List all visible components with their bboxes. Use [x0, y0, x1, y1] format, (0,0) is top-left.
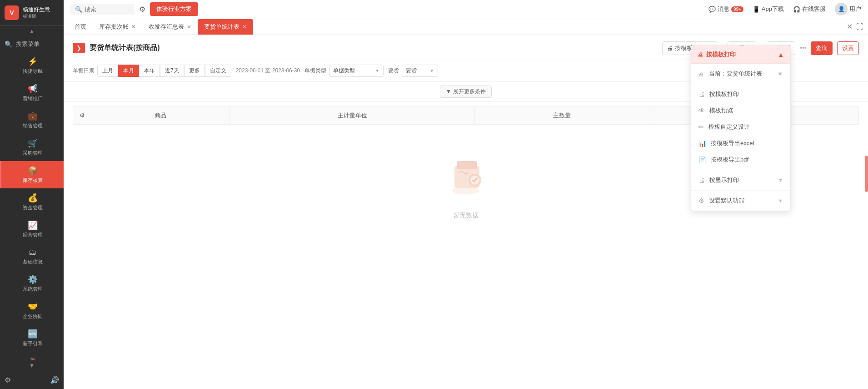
dropdown-item-design[interactable]: ✏ 模板自定义设计 [691, 119, 790, 135]
enterprise-icon: 🤝 [28, 302, 38, 312]
date-filter-section: 单据日期 上月 本月 本年 近7天 更多 自定义 2023-06-01 至 20… [73, 65, 300, 77]
sidebar-item-sales[interactable]: 💼 销售管理 [0, 106, 64, 134]
messages-badge: 99+ [731, 6, 743, 12]
header-right: 💬 消息 99+ 📱 App下载 🎧 在线客服 👤 用户 [708, 3, 861, 15]
date-btn-custom[interactable]: 自定义 [205, 65, 231, 77]
sales-icon: 💼 [28, 111, 38, 121]
current-template-item[interactable]: 🖨 当前：要货单统计表 ▼ [691, 66, 790, 82]
dropdown-section-default: ⚙ 设置默认功能 ▼ [691, 191, 790, 211]
dropdown-item-preview[interactable]: 👁 模板预览 [691, 102, 790, 119]
header-search-box[interactable]: 🔍 [70, 4, 135, 15]
speaker-bottom-icon[interactable]: 🔊 [50, 376, 59, 384]
display-print-arrow: ▼ [778, 177, 783, 183]
sidebar-item-base[interactable]: 🗂 基础信息 [0, 243, 64, 270]
default-func-arrow: ▼ [778, 198, 783, 203]
dropdown-header-icons: ▲ [778, 51, 784, 58]
th-quantity: 主数量 [475, 106, 649, 124]
pdf-item-icon: 📄 [698, 156, 706, 163]
toolbar-more-icon[interactable]: ••• [800, 45, 806, 51]
goods-select[interactable]: 要货 ▼ [402, 65, 438, 77]
sidebar-item-purchase[interactable]: 🛒 采购管理 [0, 134, 64, 161]
trial-button[interactable]: 体验行业方案 [150, 2, 198, 16]
th-settings[interactable]: ⚙ [73, 106, 91, 124]
tab-order-stats-close[interactable]: ✕ [242, 24, 247, 30]
sidebar-search-item[interactable]: 🔍 搜索菜单 [0, 36, 64, 52]
window-maximize-icon[interactable]: ⛶ [856, 23, 863, 31]
expand-more-btn[interactable]: ▼ 展开更多条件 [440, 86, 492, 98]
dropdown-header-label: 按模板打印 [706, 51, 736, 59]
tab-inventory-batch-close[interactable]: ✕ [131, 24, 136, 30]
date-btn-this-month[interactable]: 本月 [118, 65, 139, 77]
settings-bottom-icon[interactable]: ⚙ [5, 376, 11, 384]
settings-btn[interactable]: 设置 [837, 41, 859, 55]
dropdown-item-excel[interactable]: 📊 按模板导出excel [691, 135, 790, 152]
pdf-item-label: 按模板导出pdf [711, 156, 748, 164]
sidebar-item-enterprise[interactable]: 🤝 企业协同 [0, 297, 64, 324]
sidebar-scroll-down[interactable]: ▼ [0, 360, 64, 371]
date-btn-last-month[interactable]: 上月 [97, 65, 118, 77]
date-btn-this-year[interactable]: 本年 [139, 65, 160, 77]
date-btn-7days[interactable]: 近7天 [160, 65, 184, 77]
dropdown-item-display-print[interactable]: 🖨 按显示打印 ▼ [691, 172, 790, 188]
inventory-icon: 📦 [28, 166, 38, 176]
dropdown-section-current: 🖨 当前：要货单统计表 ▼ [691, 64, 790, 84]
finance-icon: 💰 [28, 193, 38, 203]
quicknav-label: 快捷导航 [23, 68, 43, 75]
sidebar-item-appcenter[interactable]: 📱 应用中心 [0, 352, 64, 360]
operations-icon: 📈 [28, 220, 38, 230]
dropdown-arrow-up[interactable]: ▲ [778, 51, 784, 58]
messages-item[interactable]: 💬 消息 99+ [708, 5, 743, 13]
design-item-label: 模板自定义设计 [708, 123, 750, 131]
app-download-label: App下载 [762, 5, 784, 13]
sidebar-item-quicknav[interactable]: ⚡ 快捷导航 [0, 52, 64, 79]
type-select[interactable]: 单据类型 ▼ [329, 65, 384, 77]
sidebar-item-finance[interactable]: 💰 资金管理 [0, 188, 64, 216]
date-range-text: 2023-06-01 至 2023-06-30 [236, 67, 300, 75]
tab-order-stats[interactable]: 要货单统计表 ✕ [198, 19, 253, 35]
user-avatar-item[interactable]: 👤 用户 [835, 3, 861, 15]
dropdown-section-items: 🖨 按模板打印 👁 模板预览 ✏ 模板自定义设计 📊 按模板导出excel 📄 … [691, 84, 790, 170]
sidebar-item-inventory[interactable]: 📦 库存核算 [0, 161, 64, 188]
window-close-icon[interactable]: ✕ [847, 22, 853, 31]
online-service-icon: 🎧 [793, 6, 800, 13]
header-gear-icon[interactable]: ⚙ [139, 5, 145, 14]
tabs-bar: 首页 库存批次账 ✕ 收发存汇总表 ✕ 要货单统计表 ✕ ✕ ⛶ [64, 19, 868, 35]
sidebar-item-marketing[interactable]: 📢 营销推广 [0, 79, 64, 106]
date-label: 单据日期 [73, 67, 95, 75]
tab-home[interactable]: 首页 [68, 19, 93, 35]
sidebar-item-guide[interactable]: 🆕 新手引导 [0, 324, 64, 352]
dropdown-item-pdf[interactable]: 📄 按模板导出pdf [691, 152, 790, 168]
dropdown-item-default-func[interactable]: ⚙ 设置默认功能 ▼ [691, 192, 790, 209]
sidebar-item-system[interactable]: ⚙️ 系统管理 [0, 270, 64, 297]
collapse-btn[interactable]: ❯ [73, 43, 85, 53]
dropdown-section-display: 🖨 按显示打印 ▼ [691, 170, 790, 191]
excel-item-label: 按模板导出excel [711, 139, 754, 147]
message-icon: 💬 [708, 6, 716, 13]
sidebar-item-operations[interactable]: 📈 经营管理 [0, 216, 64, 243]
online-service-label: 在线客服 [802, 5, 826, 13]
right-scrollbar[interactable] [865, 156, 868, 192]
header-search-input[interactable] [85, 6, 130, 13]
app-download-item[interactable]: 📱 App下载 [753, 5, 784, 13]
tab-receipt-summary[interactable]: 收发存汇总表 ✕ [142, 19, 198, 35]
sidebar-scroll-up[interactable]: ▲ [0, 26, 64, 36]
dropdown-item-print[interactable]: 🖨 按模板打印 [691, 86, 790, 102]
tab-order-stats-label: 要货单统计表 [204, 23, 239, 31]
current-template-arrow: ▼ [777, 71, 783, 77]
print-item-label: 按模板打印 [709, 90, 739, 98]
online-service-item[interactable]: 🎧 在线客服 [793, 5, 826, 13]
tab-receipt-summary-close[interactable]: ✕ [187, 24, 191, 30]
expand-icon: ▼ [446, 88, 451, 95]
tab-inventory-batch[interactable]: 库存批次账 ✕ [93, 19, 142, 35]
system-icon: ⚙️ [28, 274, 38, 284]
appcenter-icon: 📱 [28, 356, 38, 360]
app-download-icon: 📱 [753, 6, 760, 13]
page-title: 要货单统计表(按商品) [90, 43, 160, 53]
sales-label: 销售管理 [23, 122, 43, 129]
dropdown-header-icon: 🖨 [698, 51, 703, 58]
query-btn[interactable]: 查询 [811, 41, 833, 55]
date-btn-more[interactable]: 更多 [184, 65, 205, 77]
empty-text: 暂无数据 [453, 212, 479, 220]
goods-filter-section: 要货 要货 ▼ [388, 65, 438, 77]
sidebar-logo: V 畅通好生意 标准版 [0, 0, 64, 26]
